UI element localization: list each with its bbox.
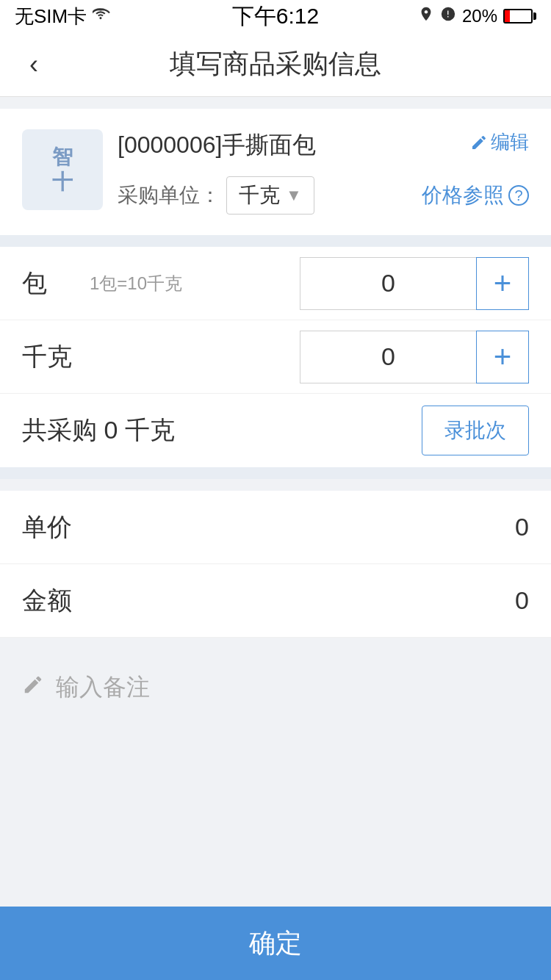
bag-label: 包 [22, 267, 81, 300]
product-logo-text: 智 十 [52, 145, 73, 194]
unit-price-row: 单价 0 [0, 491, 551, 564]
carrier-label: 无SIM卡 [15, 4, 87, 29]
unit-label: 采购单位： [118, 181, 220, 209]
unit-price-label: 单价 [22, 511, 72, 544]
chevron-down-icon: ▼ [286, 186, 302, 205]
edit-button[interactable]: 编辑 [470, 129, 529, 155]
price-ref-label: 价格参照 [422, 181, 504, 209]
bag-input-row: 包 1包=10千克 0 + [0, 247, 551, 320]
back-button[interactable]: ‹ [22, 42, 46, 87]
kg-input-right: + [300, 331, 529, 383]
status-bar-left: 无SIM卡 [15, 4, 113, 29]
battery-percent: 20% [462, 6, 497, 26]
summary-row: 共采购 0 千克 录批次 [0, 394, 551, 467]
battery-icon [503, 9, 536, 24]
amount-row: 金额 0 [0, 564, 551, 638]
status-bar-right: 20% [418, 6, 536, 26]
page-title: 填写商品采购信息 [170, 46, 381, 82]
product-card: 智 十 [0000006]手撕面包 编辑 采购单位： 千克 ▼ [0, 109, 551, 235]
kg-plus-button[interactable]: + [476, 331, 529, 383]
section-divider-1 [0, 235, 551, 247]
bag-input-right: 0 + [300, 257, 529, 310]
alarm-icon [440, 6, 456, 26]
unit-select[interactable]: 千克 ▼ [226, 176, 314, 215]
kg-qty-input[interactable] [300, 331, 476, 383]
notes-placeholder[interactable]: 输入备注 [56, 671, 150, 704]
amount-value: 0 [515, 586, 529, 615]
nav-bar: ‹ 填写商品采购信息 [0, 32, 551, 97]
status-bar: 无SIM卡 下午6:12 20% [0, 0, 551, 32]
bag-plus-button[interactable]: + [476, 257, 529, 310]
bag-hint: 1包=10千克 [90, 272, 300, 295]
confirm-button[interactable]: 确定 [0, 907, 551, 980]
section-divider-2 [0, 467, 551, 479]
kg-input-row: 千克 + [0, 320, 551, 394]
unit-value: 千克 [239, 181, 280, 209]
unit-price-value: 0 [515, 513, 529, 541]
batch-button[interactable]: 录批次 [422, 406, 529, 455]
kg-label: 千克 [22, 340, 81, 374]
wifi-icon [93, 5, 113, 28]
price-ref-button[interactable]: 价格参照 ? [422, 181, 529, 209]
amount-label: 金额 [22, 584, 72, 618]
pencil-icon [22, 674, 44, 702]
product-logo: 智 十 [22, 129, 103, 210]
product-info: [0000006]手撕面包 编辑 采购单位： 千克 ▼ 价格参照 ? [118, 129, 529, 215]
bag-qty-input[interactable]: 0 [300, 257, 476, 310]
product-name: [0000006]手撕面包 [118, 129, 316, 162]
price-section: 单价 0 金额 0 [0, 491, 551, 638]
location-icon [418, 6, 434, 26]
status-bar-time: 下午6:12 [232, 1, 319, 32]
info-icon: ? [508, 185, 529, 206]
input-section: 包 1包=10千克 0 + 千克 + [0, 247, 551, 394]
summary-text: 共采购 0 千克 [22, 414, 175, 447]
notes-section[interactable]: 输入备注 [0, 649, 551, 726]
